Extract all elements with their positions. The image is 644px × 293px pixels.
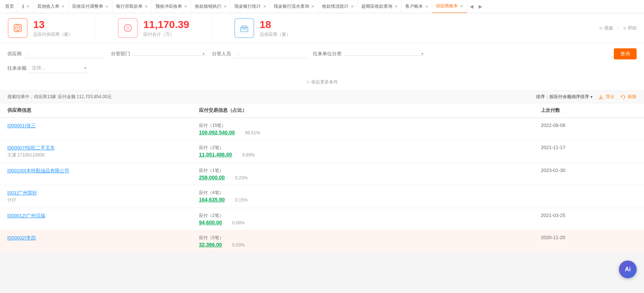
supplier-link[interactable]: [000001]张三 — [7, 123, 199, 129]
balance-select[interactable]: 选择... ▾ — [29, 63, 88, 73]
category-label: 往来单位分类 — [313, 51, 342, 57]
total-suppliers-label: 总供应商（家） — [260, 31, 291, 38]
export-button[interactable]: 导出 — [598, 94, 615, 100]
payable-amount[interactable]: 94,600.00 — [199, 220, 222, 225]
payable-amount[interactable]: 258,000.00 — [199, 175, 225, 180]
table-row: [000007]恒旺二手叉车 王通 17106110000 应付（2笔） 11,… — [0, 140, 644, 163]
col-payable-info: 应付交易信息（占比） — [199, 107, 541, 114]
last-pay-cell: 2023-01-30 — [541, 168, 637, 173]
nav-tab-cash-bank-flow[interactable]: 现金银行流水查询 ✕ — [270, 0, 318, 13]
nav-tab-customer-ledger[interactable]: 客户账本 ✕ — [402, 0, 432, 13]
nav-tab-3[interactable]: 3 ✕ — [18, 0, 34, 13]
supplier-info-cell: [000012]广州贝瑞 — [7, 213, 199, 219]
nav-tab-receipt-stat[interactable]: 收款情况统计 ✕ — [318, 0, 358, 13]
nav-tab-receipt-writeoff[interactable]: 收款核销执行 ✕ — [191, 0, 231, 13]
dept-label: 分管部门 — [111, 51, 130, 57]
payable-amount[interactable]: 100,092,540.00 — [199, 130, 235, 135]
close-icon[interactable]: ✕ — [395, 4, 398, 8]
close-icon[interactable]: ✕ — [105, 4, 108, 8]
collapse-bar[interactable]: ∧ 收起更多条件 — [7, 77, 637, 87]
nav-tab-supplier-ledger[interactable]: 供应商账本 ✕ — [432, 0, 467, 13]
supplier-info-cell: [000002]李四 — [7, 235, 199, 241]
close-icon[interactable]: ✕ — [145, 4, 148, 8]
query-button[interactable]: 查询 — [614, 48, 637, 59]
last-pay-cell: 2022-08-08 — [541, 123, 637, 128]
nav-tab-cash-bank-stat[interactable]: 现金银行统计 ✕ — [231, 0, 270, 13]
close-icon[interactable]: ✕ — [184, 4, 187, 8]
filter-item-category: 往来单位分类 ▾ — [313, 51, 425, 57]
nav-left-arrow[interactable]: ◀ — [467, 0, 476, 13]
nav-tab-prepay-offset[interactable]: 预收冲应收单 ✕ — [152, 0, 191, 13]
supplier-link[interactable]: [000012]广州贝瑞 — [7, 213, 199, 219]
nav-tab-overdue-ar[interactable]: 超期应收款查询 ✕ — [358, 0, 402, 13]
chevron-down-icon: ▾ — [421, 52, 423, 56]
table-row: [000012]广州贝瑞 应付（2笔） 94,600.00 0.08% 2021… — [0, 208, 644, 230]
filter-area: 供应商 分管部门 ▾ 分管人员 往来单位分类 ▾ 查询 — [0, 43, 644, 91]
payable-pct: 9.89% — [242, 152, 255, 158]
filter-item-person: 分管人员 — [212, 49, 307, 58]
person-input[interactable] — [233, 49, 307, 58]
payable-label: 应付（15笔） — [199, 123, 541, 129]
close-icon[interactable]: ✕ — [425, 4, 428, 8]
payable-info-cell: 应付（1笔） 258,000.00 0.23% — [199, 168, 541, 180]
payable-label: 应付（4笔） — [199, 190, 541, 196]
suppliers-payable-label: 总应付供应商（家） — [33, 31, 73, 38]
summary-item-payable-total: 11,170.39 应付合计（万） — [118, 18, 189, 38]
filter-item-supplier: 供应商 — [7, 49, 105, 58]
chevron-down-icon: ▾ — [591, 95, 592, 99]
total-suppliers-value: 18 — [260, 19, 291, 31]
supplier-sub: 王通 17106110000 — [7, 152, 199, 158]
nav-right-arrow[interactable]: ▶ — [476, 0, 485, 13]
summary-bar: 13 总应付供应商（家） 11,170.39 应付合计（万） — [0, 13, 644, 43]
nav-tab-other-income[interactable]: 其他收入单 ✕ — [34, 0, 69, 13]
result-bar: 搜索结果中，供应商13家 应付金额 111,703,854.00元 排序：按应付… — [0, 91, 644, 103]
svg-rect-5 — [242, 26, 247, 28]
payable-total-icon — [118, 18, 138, 38]
filter-item-dept: 分管部门 ▾ — [111, 51, 206, 57]
close-icon[interactable]: ✕ — [62, 4, 64, 8]
payable-total-label: 应付合计（万） — [143, 31, 189, 38]
top-navigation: 首页 3 ✕ 其他收入单 ✕ 应收应付调整单 ✕ 银行存取款单 ✕ 预收冲应收单… — [0, 0, 644, 13]
payable-amount[interactable]: 11,051,486.00 — [199, 152, 232, 158]
close-icon[interactable]: ✕ — [351, 4, 354, 8]
last-pay-cell: 2020-11-20 — [541, 235, 637, 240]
supplier-info-cell: [000007]恒旺二手叉车 王通 17106110000 — [7, 145, 199, 158]
supplier-link[interactable]: [000007]恒旺二手叉车 — [7, 145, 199, 151]
balance-label: 往来余额 — [7, 65, 27, 72]
payable-amount[interactable]: 32,366.00 — [199, 242, 222, 248]
video-link[interactable]: ⊙ 视频 — [599, 25, 613, 31]
supplier-info-cell: [000001]张三 — [7, 123, 199, 129]
nav-tab-home[interactable]: 首页 — [1, 0, 18, 13]
payable-label: 应付（1笔） — [199, 168, 541, 174]
close-icon[interactable]: ✕ — [311, 4, 314, 8]
supplier-link[interactable]: [000100]本特勤油品有限公司 — [7, 168, 199, 174]
help-link[interactable]: ⊙ 帮助 — [623, 25, 637, 31]
nav-tab-bank-deposit[interactable]: 银行存取款单 ✕ — [112, 0, 152, 13]
category-select[interactable]: ▾ — [344, 52, 425, 56]
payable-info-cell: 应付（5笔） 32,366.00 0.03% — [199, 235, 541, 248]
supplier-input[interactable] — [24, 49, 105, 58]
table-header: 供应商信息 应付交易信息（占比） 上次付数 — [0, 103, 644, 118]
payable-pct: 0.03% — [232, 242, 245, 248]
refresh-button[interactable]: 刷新 — [620, 94, 637, 100]
sort-label[interactable]: 排序：按应付余额倒序排序 ▾ — [536, 94, 592, 100]
last-pay-cell: 2021-11-17 — [541, 145, 637, 150]
svg-point-2 — [124, 24, 132, 32]
nav-tab-ar-ap-adjust[interactable]: 应收应付调整单 ✕ — [69, 0, 112, 13]
payable-pct: 0.23% — [235, 175, 248, 180]
col-supplier-info: 供应商信息 — [7, 107, 199, 114]
suppliers-payable-value: 13 — [33, 19, 73, 31]
payable-amount[interactable]: 164,635.90 — [199, 197, 225, 203]
dept-select[interactable]: ▾ — [132, 52, 206, 56]
last-pay-cell: 2021-03-25 — [541, 213, 637, 218]
summary-help: ⊙ 视频 | ⊙ 帮助 — [599, 25, 637, 31]
supplier-link[interactable]: [001]广州荣轩 — [7, 190, 199, 196]
filter-row-1: 供应商 分管部门 ▾ 分管人员 往来单位分类 ▾ 查询 — [7, 48, 637, 59]
close-icon[interactable]: ✕ — [27, 4, 29, 8]
close-icon[interactable]: ✕ — [460, 4, 463, 8]
close-icon[interactable]: ✕ — [263, 4, 266, 8]
supplier-table: 供应商信息 应付交易信息（占比） 上次付数 [000001]张三 应付（15笔）… — [0, 103, 644, 252]
supplier-sub: 仔仔 — [7, 197, 199, 203]
supplier-link[interactable]: [000002]李四 — [7, 235, 199, 241]
close-icon[interactable]: ✕ — [224, 4, 227, 8]
